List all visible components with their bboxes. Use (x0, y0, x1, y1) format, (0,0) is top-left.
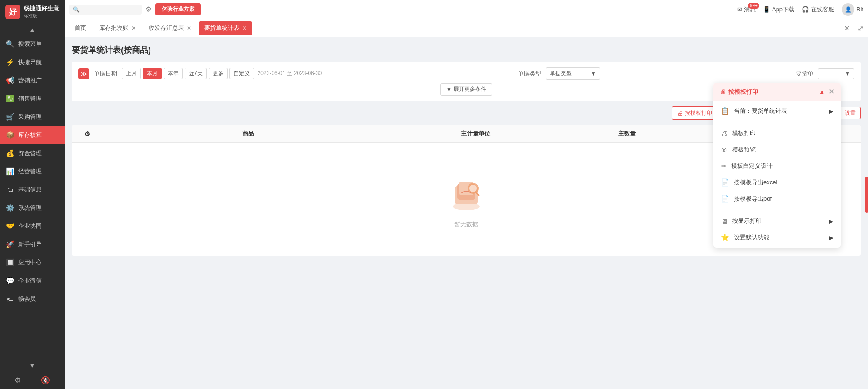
tab-receivable-close[interactable]: ✕ (187, 25, 191, 31)
sidebar-item-finance[interactable]: 💰 资金管理 (0, 144, 65, 162)
sidebar-item-label: 销售管理 (18, 95, 42, 103)
date-btn-more[interactable]: 更多 (209, 68, 228, 79)
dropdown-header-left: 🖨 按模板打印 (720, 88, 758, 96)
tab-home-label: 首页 (75, 24, 86, 32)
service-icon: 🎧 (802, 6, 809, 13)
app-download-action[interactable]: 📱 App下载 (763, 5, 794, 14)
sidebar-scroll-up[interactable]: ▲ (0, 24, 65, 35)
sidebar-item-member[interactable]: 🏷 畅会员 (0, 290, 65, 308)
dropdown-export-pdf[interactable]: 📄 按模板导出pdf (713, 191, 841, 207)
col-quantity: 主数量 (551, 130, 703, 138)
dropdown-template-design[interactable]: ✏ 模板自定义设计 (713, 158, 841, 174)
close-all-tabs-icon[interactable]: ✕ (844, 24, 850, 32)
topbar-gear-icon[interactable]: ⚙ (145, 5, 152, 14)
print-icon: 🖨 (678, 110, 683, 116)
app-download-icon: 📱 (763, 6, 770, 13)
sidebar-item-label: 基础信息 (18, 186, 42, 194)
date-btn-custom[interactable]: 自定义 (229, 68, 254, 79)
req-goods-select[interactable]: ▼ (818, 68, 854, 79)
tab-home[interactable]: 首页 (69, 21, 92, 35)
sidebar-item-search[interactable]: 🔍 搜索菜单 (0, 35, 65, 53)
dropdown-close-btn[interactable]: ✕ (828, 87, 834, 96)
marketing-icon: 📢 (5, 76, 15, 85)
app-tag: 标准版 (24, 13, 59, 19)
sidebar-item-operation[interactable]: 📊 经营管理 (0, 162, 65, 181)
export-pdf-label: 按模板导出pdf (734, 195, 772, 203)
sidebar-item-label: 应用中心 (18, 258, 42, 267)
date-btn-this-year[interactable]: 本年 (164, 68, 183, 79)
sidebar-scroll-down[interactable]: ▼ (0, 360, 65, 371)
expand-tabs-icon[interactable]: ⤢ (858, 24, 863, 32)
sidebar-item-marketing[interactable]: 📢 营销推广 (0, 71, 65, 90)
tab-requisition-close[interactable]: ✕ (242, 25, 247, 31)
dropdown-export-excel[interactable]: 📄 按模板导出excel (713, 174, 841, 191)
user-avatar-action[interactable]: 👤 Rit (842, 3, 863, 16)
sidebar-item-purchase[interactable]: 🛒 采购管理 (0, 108, 65, 126)
top-search-bar[interactable]: 🔍 (69, 5, 142, 15)
display-print-arrow: ▶ (829, 218, 833, 225)
col-product: 商品 (96, 130, 399, 138)
dropdown-display-print[interactable]: 🖥 按显示打印 ▶ (713, 213, 841, 229)
filter-expand-toggle[interactable]: ≫ (78, 68, 89, 79)
date-btn-last-7-days[interactable]: 近7天 (185, 68, 207, 79)
sidebar-item-label: 经营管理 (18, 167, 42, 176)
sidebar-item-corp[interactable]: 🤝 企业协同 (0, 217, 65, 235)
corp-icon: 🤝 (5, 222, 15, 231)
online-service-action[interactable]: 🎧 在线客服 (802, 5, 834, 14)
sidebar-item-label: 新手引导 (18, 240, 42, 248)
dropdown-template-print[interactable]: 🖨 模板打印 (713, 125, 841, 141)
doc-type-select[interactable]: 单据类型 ▼ (546, 67, 600, 80)
date-btn-this-month[interactable]: 本月 (143, 68, 162, 79)
doc-type-chevron-icon: ▼ (591, 71, 596, 77)
system-icon: ⚙️ (5, 203, 15, 212)
template-print-label: 模板打印 (732, 129, 756, 137)
req-goods-chevron: ▼ (845, 71, 850, 77)
right-scroll-indicator[interactable] (865, 177, 868, 213)
empty-illustration (444, 170, 489, 216)
template-preview-icon: 👁 (721, 146, 728, 154)
col-settings[interactable]: ⚙ (78, 131, 96, 137)
sidebar-item-label: 快捷导航 (18, 58, 42, 66)
sidebar-item-base[interactable]: 🗂 基础信息 (0, 181, 65, 199)
message-icon: ✉ (737, 6, 742, 13)
template-preview-label: 模板预览 (732, 146, 756, 154)
sidebar-item-quick-nav[interactable]: ⚡ 快捷导航 (0, 53, 65, 71)
tab-batch-account[interactable]: 库存批次账 ✕ (94, 21, 141, 35)
display-print-label: 按显示打印 (732, 217, 762, 225)
tab-batch-account-close[interactable]: ✕ (131, 25, 136, 31)
sidebar-item-system[interactable]: ⚙️ 系统管理 (0, 199, 65, 217)
sidebar-item-inventory[interactable]: 📦 库存核算 (0, 126, 65, 144)
settings-btn[interactable]: 设置 (840, 107, 861, 119)
expand-more-btn[interactable]: ▼ 展开更多条件 (440, 83, 492, 96)
current-label: 当前：要货单统计表 (734, 107, 787, 115)
tab-requisition-label: 要货单统计表 (204, 24, 239, 32)
page-title: 要货单统计表(按商品) (72, 45, 861, 56)
tab-requisition-stat[interactable]: 要货单统计表 ✕ (199, 21, 252, 35)
messages-action[interactable]: ✉ 消息 99+ (737, 5, 756, 14)
sidebar-item-label: 搜索菜单 (18, 40, 42, 48)
content-area: 要货单统计表(按商品) ≫ 单据日期 上月 本月 本年 近7天 更多 自定义 2… (65, 37, 868, 389)
date-btn-last-month[interactable]: 上月 (122, 68, 141, 79)
default-func-left: ⭐ 设置默认功能 (721, 233, 769, 242)
purchase-icon: 🛒 (5, 112, 15, 121)
template-print-icon: 🖨 (721, 130, 728, 137)
sidebar-item-label: 采购管理 (18, 113, 42, 121)
sidebar-item-guide[interactable]: 🚀 新手引导 (0, 235, 65, 253)
print-header-icon: 🖨 (720, 88, 726, 95)
dropdown-default-func[interactable]: ⭐ 设置默认功能 ▶ (713, 229, 841, 246)
settings-footer-icon[interactable]: ⚙ (15, 376, 21, 384)
sidebar-item-sales[interactable]: 💹 销售管理 (0, 90, 65, 108)
sidebar-item-weixin[interactable]: 💬 企业微信 (0, 272, 65, 290)
sidebar-item-label: 畅会员 (18, 295, 36, 303)
sidebar-footer: ⚙ 🔇 (0, 371, 65, 389)
tab-receivable-summary[interactable]: 收发存汇总表 ✕ (143, 21, 197, 35)
sidebar-item-apps[interactable]: 🔲 应用中心 (0, 253, 65, 272)
sound-footer-icon[interactable]: 🔇 (41, 376, 50, 384)
dropdown-current-section: 📋 当前：要货单统计表 ▶ (713, 101, 841, 121)
dropdown-template-preview[interactable]: 👁 模板预览 (713, 141, 841, 158)
sidebar-item-label: 营销推广 (18, 76, 42, 85)
weixin-icon: 💬 (5, 276, 15, 285)
trial-btn[interactable]: 体验行业方案 (155, 3, 201, 15)
tab-bar: 首页 库存批次账 ✕ 收发存汇总表 ✕ 要货单统计表 ✕ ✕ ⤢ (65, 19, 868, 37)
dropdown-current-item[interactable]: 📋 当前：要货单统计表 ▶ (713, 103, 841, 119)
